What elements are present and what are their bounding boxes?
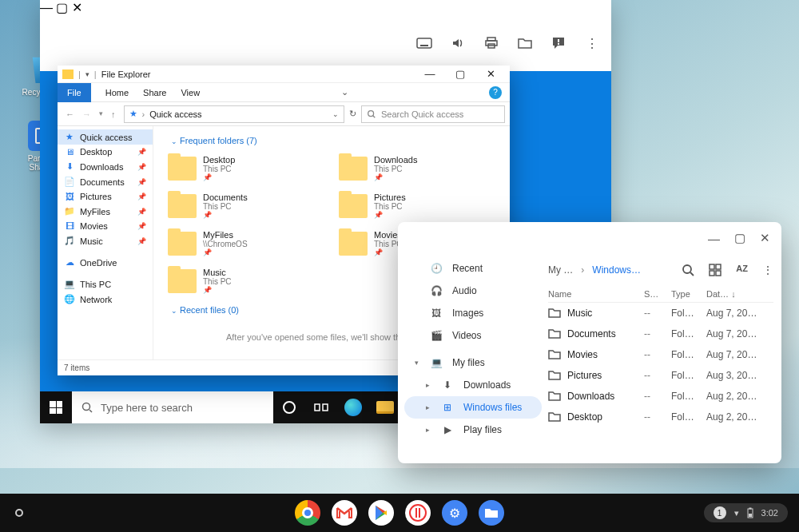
sidebar-item[interactable]: 🕘Recent: [404, 257, 542, 280]
refresh-icon[interactable]: ↻: [349, 109, 356, 119]
group-toggle-icon[interactable]: ⌄: [171, 137, 177, 145]
more-icon[interactable]: ⋮: [584, 35, 600, 51]
sidebar-item[interactable]: ☁OneDrive: [58, 255, 153, 270]
recent-dropdown-icon[interactable]: ▾: [99, 109, 103, 119]
group-header[interactable]: Frequent folders (7): [180, 136, 257, 145]
sidebar-item[interactable]: 🖥Desktop📌: [58, 145, 153, 159]
folder-tile[interactable]: DesktopThis PC📌: [165, 152, 328, 185]
files-app-icon[interactable]: [479, 500, 504, 526]
pin-icon: 📌: [203, 211, 248, 219]
sidebar-item[interactable]: ▸▶Play files: [404, 419, 542, 441]
taskbar-search[interactable]: Type here to search: [72, 391, 273, 423]
expand-icon[interactable]: ▾: [412, 359, 420, 367]
sidebar-item[interactable]: 🎵Music📌: [58, 233, 153, 248]
folder-icon[interactable]: [517, 35, 533, 51]
sidebar-item[interactable]: ▾💻My files: [404, 351, 542, 374]
address-bar[interactable]: ★ › Quick access ⌄: [124, 105, 345, 123]
minimize-icon[interactable]: —: [708, 232, 720, 245]
cortana-icon[interactable]: [273, 391, 305, 423]
launcher-button[interactable]: [0, 509, 38, 517]
expand-icon[interactable]: ▸: [423, 403, 431, 411]
maximize-icon[interactable]: ▢: [56, 1, 68, 14]
column-header[interactable]: Name: [548, 289, 644, 299]
share-tab[interactable]: Share: [143, 88, 166, 97]
breadcrumb-item[interactable]: My …: [548, 264, 573, 276]
group-header[interactable]: Recent files (0): [180, 305, 239, 315]
system-tray[interactable]: 1 ▾ 3:02: [693, 503, 799, 522]
file-row[interactable]: Documents--Fol…Aug 7, 20…: [548, 324, 773, 344]
sidebar-item[interactable]: 🎧Audio: [404, 280, 542, 302]
minimize-icon[interactable]: —: [419, 68, 441, 80]
breadcrumb-item[interactable]: Windows…: [592, 264, 641, 276]
folder-tile[interactable]: MusicThis PC📌: [165, 264, 328, 297]
notification-badge[interactable]: 1: [714, 506, 726, 519]
settings-icon[interactable]: ⚙: [442, 500, 467, 526]
print-icon[interactable]: [483, 35, 499, 51]
gmail-icon[interactable]: [332, 500, 357, 526]
file-row[interactable]: Desktop--Fol…Aug 2, 20…: [548, 407, 773, 427]
sort-icon[interactable]: AZ: [736, 264, 748, 276]
home-tab[interactable]: Home: [105, 88, 129, 97]
start-button[interactable]: [40, 391, 72, 423]
video-icon: 🎬: [430, 330, 443, 341]
sidebar-label: Documents: [80, 177, 125, 187]
minimize-icon[interactable]: —: [40, 1, 53, 14]
sidebar-item[interactable]: 🌐Network: [58, 292, 153, 307]
view-tab[interactable]: View: [181, 88, 200, 97]
play-store-icon[interactable]: [368, 500, 394, 526]
ribbon-toggle-icon[interactable]: ⌄: [341, 87, 348, 97]
grid-view-icon[interactable]: [709, 264, 721, 276]
sidebar-item[interactable]: 🎬Videos: [404, 324, 542, 347]
column-header[interactable]: Type: [671, 289, 706, 299]
maximize-icon[interactable]: ▢: [734, 231, 745, 245]
sidebar-item[interactable]: 🖼Pictures📌: [58, 189, 153, 204]
file-row[interactable]: Pictures--Fol…Aug 3, 20…: [548, 365, 773, 386]
forward-icon[interactable]: →: [82, 109, 91, 119]
sidebar-item[interactable]: 🖼Images: [404, 302, 542, 324]
more-icon[interactable]: ⋮: [762, 264, 773, 276]
close-icon[interactable]: ✕: [479, 68, 502, 80]
sidebar-item[interactable]: ▸⬇Downloads: [404, 374, 542, 396]
close-icon[interactable]: ✕: [72, 1, 82, 14]
net-icon: 🌐: [64, 294, 75, 304]
chrome-icon[interactable]: [295, 500, 320, 526]
parallels-app-icon[interactable]: [405, 500, 431, 526]
expand-icon[interactable]: ▸: [423, 381, 431, 389]
sort-desc-icon[interactable]: ↓: [731, 289, 736, 299]
maximize-icon[interactable]: ▢: [449, 68, 471, 80]
folder-tile[interactable]: DocumentsThis PC📌: [165, 189, 328, 222]
back-icon[interactable]: ←: [66, 109, 74, 119]
sound-icon[interactable]: [450, 35, 466, 51]
task-view-icon[interactable]: [305, 391, 337, 423]
file-row[interactable]: Movies--Fol…Aug 7, 20…: [548, 344, 773, 365]
up-icon[interactable]: ↑: [111, 109, 116, 119]
dropdown-icon[interactable]: ▾: [85, 70, 89, 78]
search-icon[interactable]: [682, 264, 694, 276]
close-icon[interactable]: ✕: [760, 231, 770, 245]
edge-icon[interactable]: [337, 391, 369, 423]
file-row[interactable]: Music--Fol…Aug 7, 20…: [548, 303, 773, 324]
group-toggle-icon[interactable]: ⌄: [171, 307, 177, 315]
help-icon[interactable]: ?: [489, 86, 502, 99]
folder-tile[interactable]: PicturesThis PC📌: [336, 189, 499, 222]
file-tab[interactable]: File: [58, 83, 91, 102]
sidebar-item[interactable]: ⬇Downloads📌: [58, 159, 153, 174]
folder-tile[interactable]: DownloadsThis PC📌: [336, 152, 499, 185]
sidebar-item[interactable]: 🎞Movies📌: [58, 219, 153, 233]
column-header[interactable]: S…: [644, 289, 671, 299]
sidebar-item[interactable]: 📄Documents📌: [58, 174, 153, 189]
file-row[interactable]: Downloads--Fol…Aug 2, 20…: [548, 386, 773, 407]
sidebar-item[interactable]: ▸⊞Windows files: [404, 396, 542, 419]
explorer-search[interactable]: Search Quick access: [361, 105, 505, 123]
explorer-icon[interactable]: [369, 391, 401, 423]
path-dropdown-icon[interactable]: ⌄: [332, 110, 339, 118]
sidebar-item[interactable]: ★Quick access: [58, 129, 153, 145]
file-type: Fol…: [671, 370, 706, 381]
keyboard-icon[interactable]: [416, 35, 432, 51]
folder-tile[interactable]: MyFiles\\ChromeOS📌: [165, 227, 328, 260]
sidebar-item[interactable]: 💻This PC: [58, 276, 153, 292]
sidebar-item[interactable]: 📁MyFiles📌: [58, 204, 153, 219]
column-header[interactable]: Dat…: [706, 289, 729, 299]
expand-icon[interactable]: ▸: [423, 426, 431, 434]
feedback-icon[interactable]: [551, 35, 566, 51]
